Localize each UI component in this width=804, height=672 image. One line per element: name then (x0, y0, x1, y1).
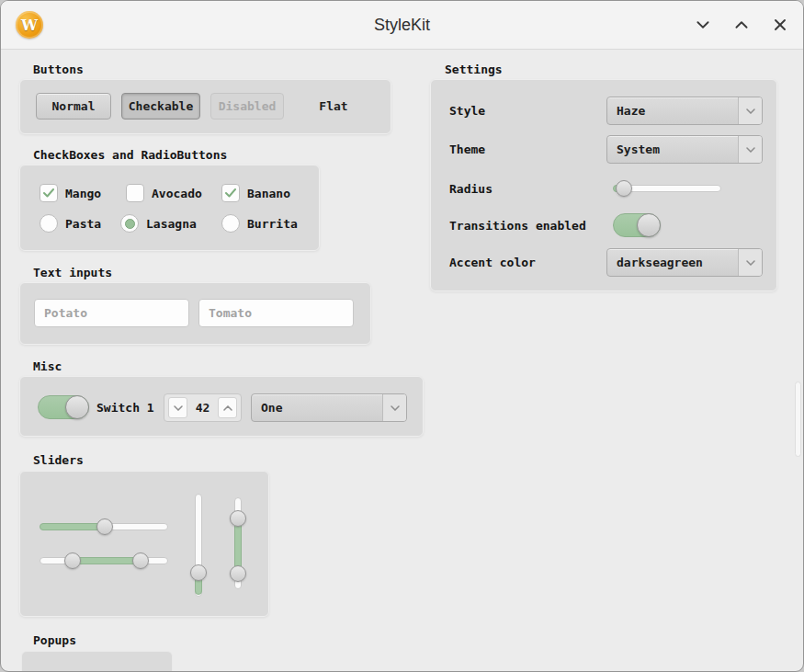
vertical-range-slider[interactable] (230, 497, 246, 589)
checkbox-mango[interactable]: Mango (40, 183, 101, 203)
slider-fill (40, 523, 105, 530)
radio-label: Pasta (65, 217, 101, 231)
chevron-down-icon (738, 136, 762, 163)
switch-knob (637, 213, 661, 237)
close-button[interactable] (768, 13, 792, 37)
radio-pasta[interactable]: Pasta (40, 213, 101, 233)
titlebar: W StyleKit (1, 1, 803, 50)
chevron-down-icon (738, 249, 762, 276)
flat-button[interactable]: Flat (306, 93, 361, 120)
chevron-down-icon (694, 16, 712, 34)
checkbox-label: Banano (247, 187, 290, 200)
popups-section-label: Popups (33, 633, 76, 647)
horizontal-slider-1[interactable] (40, 518, 168, 535)
normal-button[interactable]: Normal (36, 93, 111, 120)
checkbox-icon (40, 184, 58, 202)
spinbox[interactable]: 42 (164, 393, 242, 422)
accent-color-label: Accent color (449, 256, 536, 269)
radio-icon (40, 214, 58, 233)
window-controls (691, 1, 792, 49)
spin-up-button[interactable] (218, 397, 237, 418)
app-window: W StyleKit Buttons Normal Checkable Disa… (0, 0, 804, 672)
sliders-section-label: Sliders (33, 453, 84, 467)
slider-handle[interactable] (96, 518, 113, 535)
checkbox-label: Avocado (152, 187, 202, 200)
chevron-down-icon (382, 394, 406, 421)
buttons-section-label: Buttons (33, 63, 84, 76)
tomato-input[interactable] (198, 299, 354, 327)
switch-1-toggle[interactable] (38, 395, 89, 419)
chevron-up-icon (732, 16, 751, 34)
slider-handle[interactable] (616, 180, 632, 197)
slider-handle-high[interactable] (132, 552, 149, 569)
text-inputs-section-label: Text inputs (33, 266, 112, 279)
radio-icon (120, 214, 139, 233)
maximize-button[interactable] (730, 13, 753, 37)
theme-combobox[interactable]: System (606, 135, 763, 164)
combo-value: System (607, 142, 738, 156)
slider-handle[interactable] (190, 564, 207, 581)
horizontal-range-slider[interactable] (40, 552, 168, 569)
popups-widget-partial[interactable] (21, 651, 173, 672)
combo-value: Haze (607, 104, 738, 118)
radio-label: Burrita (247, 217, 298, 231)
transitions-label: Transitions enabled (449, 219, 586, 233)
settings-section-label: Settings (445, 63, 503, 76)
checkbox-icon (126, 184, 144, 202)
checks-section-label: CheckBoxes and RadioButtons (33, 148, 227, 162)
disabled-button: Disabled (210, 93, 284, 120)
scrollbar-thumb[interactable] (795, 382, 801, 457)
potato-input[interactable] (34, 299, 189, 327)
radius-slider[interactable] (613, 180, 721, 197)
slider-handle-low[interactable] (230, 510, 246, 527)
checkbox-banano[interactable]: Banano (221, 183, 290, 203)
radio-icon (221, 214, 240, 233)
vertical-slider-1[interactable] (190, 494, 207, 597)
chevron-up-icon (223, 405, 232, 411)
radius-label: Radius (449, 182, 493, 196)
checkbox-avocado[interactable]: Avocado (126, 183, 202, 203)
radio-lasagna[interactable]: Lasagna (120, 213, 197, 233)
accent-color-combobox[interactable]: darkseagreen (606, 248, 763, 277)
spin-down-button[interactable] (168, 397, 187, 418)
checkable-button[interactable]: Checkable (121, 93, 200, 120)
style-label: Style (449, 104, 485, 118)
minimize-button[interactable] (691, 13, 715, 37)
chevron-down-icon (174, 405, 183, 411)
switch-1-label: Switch 1 (96, 401, 154, 415)
chevron-down-icon (738, 97, 762, 124)
theme-label: Theme (449, 142, 485, 156)
misc-combobox[interactable]: One (251, 393, 407, 422)
misc-section-label: Misc (33, 359, 62, 373)
combo-value: darkseagreen (607, 256, 738, 269)
checkbox-label: Mango (65, 187, 101, 200)
style-combobox[interactable]: Haze (606, 97, 763, 125)
checks-groupbox (19, 165, 320, 251)
close-icon (771, 16, 789, 34)
window-title: StyleKit (1, 1, 803, 49)
spin-value: 42 (190, 401, 215, 415)
transitions-toggle[interactable] (613, 213, 661, 237)
checkbox-icon (221, 184, 240, 202)
radio-label: Lasagna (146, 217, 197, 231)
slider-handle-low[interactable] (64, 552, 81, 569)
radio-burrita[interactable]: Burrita (221, 213, 298, 233)
switch-knob (65, 395, 89, 419)
combo-value: One (252, 401, 382, 415)
slider-fill (73, 557, 141, 564)
slider-handle-high[interactable] (230, 565, 246, 582)
